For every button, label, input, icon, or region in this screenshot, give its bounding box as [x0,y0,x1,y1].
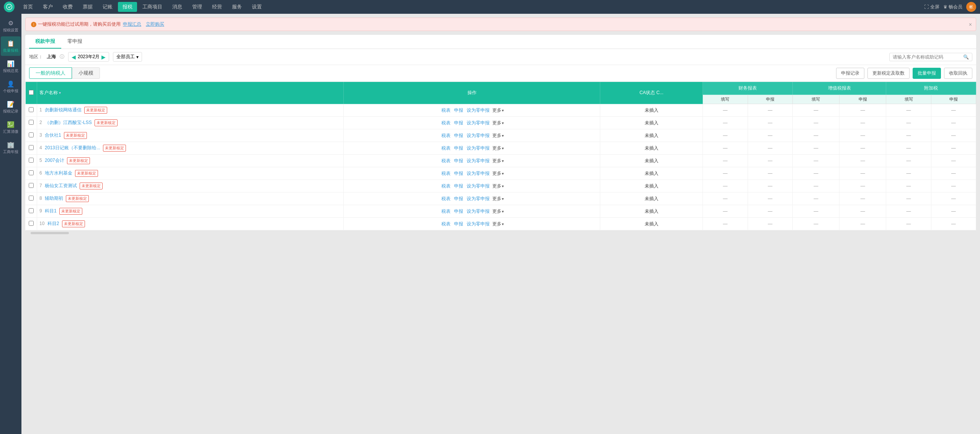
row-checkbox-7[interactable] [29,196,34,201]
date-next-button[interactable]: ▶ [101,54,106,60]
op-btn-2-0[interactable]: 税表 [441,133,451,138]
more-button-0[interactable]: 更多 [492,108,504,113]
nav-manage[interactable]: 管理 [188,2,207,12]
row-checkbox-5[interactable] [29,170,34,175]
search-icon[interactable]: 🔍 [963,54,969,60]
client-name[interactable]: 合伙社1 [45,132,61,138]
declaration-records-button[interactable]: 申报记录 [836,68,864,79]
op-btn-8-0[interactable]: 税表 [441,209,451,214]
row-checkbox-3[interactable] [29,145,34,150]
client-name[interactable]: 科目1 [45,208,57,214]
client-name[interactable]: 科目2 [47,221,59,226]
op-btn-2-2[interactable]: 设为零申报 [467,133,490,138]
more-button-9[interactable]: 更多 [492,221,504,227]
op-btn-1-0[interactable]: 税表 [441,120,451,126]
row-checkbox-8[interactable] [29,208,34,213]
nav-accounting[interactable]: 记账 [98,2,117,12]
client-name[interactable]: 杨仙女工资测试 [45,183,77,188]
op-btn-7-1[interactable]: 申报 [454,196,463,201]
tab-small-scale[interactable]: 小规模 [72,67,100,79]
op-btn-5-1[interactable]: 申报 [454,171,463,176]
client-name[interactable]: 2013日记账（不要删除给... [45,145,100,150]
row-checkbox-0[interactable] [29,107,34,112]
op-btn-9-1[interactable]: 申报 [454,221,463,227]
location-info-icon[interactable]: ⓘ [60,54,64,60]
horizontal-scrollbar[interactable] [25,230,976,236]
nav-home[interactable]: 首页 [18,2,38,12]
op-btn-5-2[interactable]: 设为零申报 [467,171,490,176]
op-btn-8-1[interactable]: 申报 [454,209,463,214]
op-btn-7-0[interactable]: 税表 [441,196,451,201]
tab-tax-declaration[interactable]: 税款申报 [29,35,61,49]
op-btn-3-1[interactable]: 申报 [454,145,463,151]
batch-declare-button[interactable]: 批量申报 [913,68,941,79]
row-checkbox-4[interactable] [29,158,34,163]
sidebar-item-personal-tax[interactable]: 👤 个税申报 [1,77,21,96]
report-summary-link[interactable]: 申报汇总 [123,21,141,28]
nav-fee[interactable]: 收费 [58,2,77,12]
op-btn-2-1[interactable]: 申报 [454,133,463,138]
sidebar-item-annual-settlement[interactable]: 💹 汇算清缴 [1,117,21,137]
buy-now-link[interactable]: 立即购买 [146,21,164,28]
op-btn-8-2[interactable]: 设为零申报 [467,209,490,214]
nav-service[interactable]: 服务 [227,2,247,12]
sidebar-item-business-annual[interactable]: 🏢 工商年报 [1,138,21,157]
nav-operation[interactable]: 经营 [207,2,227,12]
banner-close-button[interactable]: × [969,21,972,28]
app-logo[interactable] [4,2,15,12]
nav-business[interactable]: 工商项目 [138,2,167,12]
more-button-4[interactable]: 更多 [492,158,504,163]
op-btn-0-0[interactable]: 税表 [441,108,451,113]
op-btn-0-2[interactable]: 设为零申报 [467,108,490,113]
client-name[interactable]: （勿删）江西酸宝-LSS [45,120,92,125]
more-button-3[interactable]: 更多 [492,145,504,151]
client-name[interactable]: 辅助期初 [45,196,63,201]
row-checkbox-6[interactable] [29,183,34,188]
op-btn-6-1[interactable]: 申报 [454,183,463,189]
op-btn-4-2[interactable]: 设为零申报 [467,158,490,163]
sidebar-item-tax-records[interactable]: 📝 报税记录 [1,97,21,117]
user-avatar[interactable]: 帐 [966,2,976,12]
sidebar-item-batch-tax[interactable]: 📋 批量报税 [1,36,21,56]
op-btn-7-2[interactable]: 设为零申报 [467,196,490,201]
tab-general-taxpayer[interactable]: 一般的纳税人 [29,67,72,79]
client-name[interactable]: 勿删新锐网络通信 [45,107,82,113]
nav-invoice[interactable]: 票据 [78,2,97,12]
nav-tax[interactable]: 报税 [118,2,137,12]
nav-message[interactable]: 消息 [168,2,187,12]
more-button-5[interactable]: 更多 [492,171,504,176]
search-input[interactable] [893,54,962,60]
op-btn-4-0[interactable]: 税表 [441,158,451,163]
tab-zero-declaration[interactable]: 零申报 [61,35,88,49]
op-btn-3-2[interactable]: 设为零申报 [467,145,490,151]
more-button-7[interactable]: 更多 [492,196,504,201]
update-tax-button[interactable]: 更新税定及取数 [867,68,910,79]
client-name[interactable]: 2007会计 [45,158,64,163]
sidebar-item-tax-overview[interactable]: 📊 报税总览 [1,57,21,76]
fullscreen-button[interactable]: ⛶ 全屏 [924,4,939,10]
op-btn-3-0[interactable]: 税表 [441,145,451,151]
client-name[interactable]: 地方水利基金 [45,170,72,176]
op-btn-9-0[interactable]: 税表 [441,221,451,227]
op-btn-6-0[interactable]: 税表 [441,183,451,189]
row-checkbox-9[interactable] [29,221,34,226]
select-all-checkbox[interactable] [29,90,34,95]
op-btn-5-0[interactable]: 税表 [441,171,451,176]
collect-receipt-button[interactable]: 收取回执 [944,68,972,79]
staff-selector[interactable]: 全部员工 ▾ [113,52,142,62]
vip-button[interactable]: ♛ 畅会员 [943,4,962,10]
sidebar-item-tax-settings[interactable]: ⚙ 报税设置 [1,16,21,36]
more-button-6[interactable]: 更多 [492,183,504,189]
more-button-1[interactable]: 更多 [492,120,504,126]
op-btn-1-1[interactable]: 申报 [454,120,463,126]
op-btn-6-2[interactable]: 设为零申报 [467,183,490,189]
op-btn-1-2[interactable]: 设为零申报 [467,120,490,126]
op-btn-9-2[interactable]: 设为零申报 [467,221,490,227]
nav-settings[interactable]: 设置 [247,2,266,12]
more-button-2[interactable]: 更多 [492,133,504,138]
op-btn-0-1[interactable]: 申报 [454,108,463,113]
more-button-8[interactable]: 更多 [492,209,504,214]
row-checkbox-2[interactable] [29,132,34,137]
row-checkbox-1[interactable] [29,120,34,125]
op-btn-4-1[interactable]: 申报 [454,158,463,163]
